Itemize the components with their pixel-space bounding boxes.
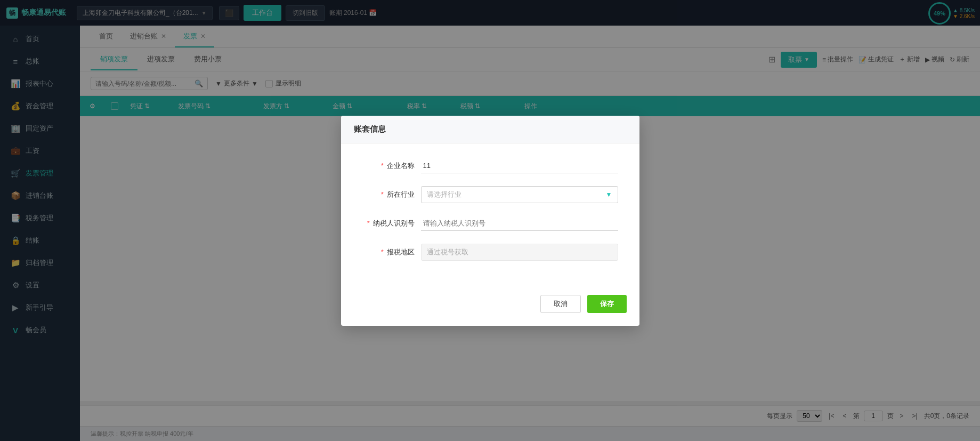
required-star-company: * xyxy=(381,162,384,170)
select-industry-chevron: ▼ xyxy=(606,191,612,198)
form-row-industry: * 所在行业 请选择行业 ▼ xyxy=(362,186,618,203)
required-star-taxregion: * xyxy=(381,248,384,256)
save-button[interactable]: 保存 xyxy=(587,295,627,313)
form-row-company-name: * 企业名称 xyxy=(362,158,618,173)
input-tax-id[interactable] xyxy=(421,216,618,231)
input-company-name[interactable] xyxy=(421,158,618,173)
label-company-name: * 企业名称 xyxy=(362,161,421,171)
form-row-tax-region: * 报税地区 通过税号获取 xyxy=(362,244,618,261)
select-industry-placeholder: 请选择行业 xyxy=(427,190,461,199)
select-industry[interactable]: 请选择行业 ▼ xyxy=(421,186,618,203)
cancel-button[interactable]: 取消 xyxy=(540,295,581,313)
account-info-dialog: 账套信息 * 企业名称 * 所在行业 请选择行业 ▼ xyxy=(341,116,639,326)
label-industry: * 所在行业 xyxy=(362,190,421,199)
label-tax-region: * 报税地区 xyxy=(362,247,421,257)
dialog-header: 账套信息 xyxy=(341,116,639,143)
label-tax-id: * 纳税人识别号 xyxy=(362,219,421,228)
required-star-taxid: * xyxy=(367,219,370,227)
required-star-industry: * xyxy=(381,190,384,198)
modal-overlay: 账套信息 * 企业名称 * 所在行业 请选择行业 ▼ xyxy=(0,0,980,441)
input-tax-region-disabled: 通过税号获取 xyxy=(421,244,618,261)
dialog-body: * 企业名称 * 所在行业 请选择行业 ▼ * xyxy=(341,143,639,288)
dialog-footer: 取消 保存 xyxy=(341,288,639,326)
form-row-tax-id: * 纳税人识别号 xyxy=(362,216,618,231)
